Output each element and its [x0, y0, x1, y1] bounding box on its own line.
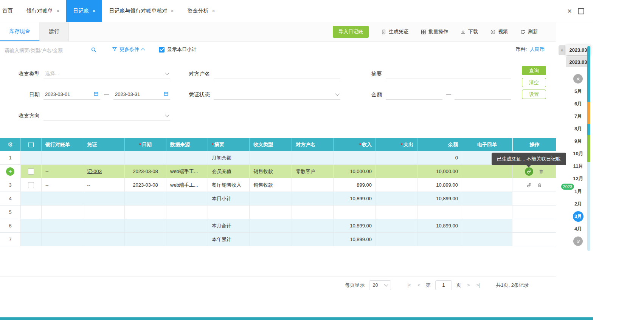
currency-indicator: 币种: 人民币 — [516, 46, 545, 53]
link-voucher-icon[interactable] — [525, 167, 533, 176]
more-conditions-toggle[interactable]: 更多条件 — [112, 46, 144, 53]
total-records: 共1页, 2条记录 — [496, 282, 529, 289]
first-page-button[interactable]: |< — [406, 282, 412, 288]
date-to-input[interactable]: 2023-03-31 — [113, 89, 170, 100]
voucher-link[interactable]: 记-003 — [87, 168, 102, 175]
col-type: 收支类型 — [250, 138, 292, 151]
settings-button[interactable]: 设置 — [522, 90, 546, 99]
table-row: 7 本年累计 10,899.00 — [0, 233, 556, 246]
double-chevron-down-icon — [576, 239, 581, 244]
month-item[interactable]: 9月 — [566, 138, 590, 145]
amount-to-input[interactable] — [455, 89, 511, 100]
batch-grid-icon — [421, 29, 426, 35]
subtab-cash[interactable]: 库存现金 — [0, 22, 40, 41]
col-summary: *摘要 — [208, 138, 250, 151]
gear-icon[interactable]: ⚙ — [8, 142, 13, 148]
table-row[interactable]: 3 -- -- 2023-03-08 web端手工... 餐厅销售收入 销售收款… — [0, 178, 556, 192]
tab-fund-analysis[interactable]: 资金分析 × — [181, 0, 222, 22]
calendar-icon — [93, 91, 99, 97]
double-chevron-up-icon — [576, 76, 581, 82]
prev-page-button[interactable]: < — [416, 282, 421, 288]
bottom-accent-bar — [0, 317, 593, 320]
scroll-down-button[interactable] — [573, 237, 583, 246]
query-button[interactable]: 查询 — [522, 66, 546, 75]
journal-app: 首页 银行对账单 × 日记账 × 日记账与银行对账单核对 × 资金分析 × × … — [0, 0, 644, 320]
counterparty-input[interactable] — [214, 68, 340, 79]
tab-journal-bank-check[interactable]: 日记账与银行对账单核对 × — [102, 0, 180, 22]
month-item[interactable]: 12月 — [566, 175, 590, 182]
income-type-label: 收支类型 — [8, 68, 40, 79]
voucher-status-select[interactable] — [214, 89, 340, 100]
amount-from-input[interactable] — [386, 89, 442, 100]
close-tab-icon[interactable]: × — [92, 8, 95, 14]
scroll-up-button[interactable] — [573, 74, 583, 83]
income-cell: 10,899.00 — [334, 233, 376, 246]
month-item[interactable]: 5月 — [566, 88, 590, 95]
summary-cell: 本日小计 — [208, 192, 250, 205]
month-item[interactable]: 7月 — [566, 113, 590, 120]
income-type-select[interactable]: 选择... — [43, 68, 170, 79]
currency-value[interactable]: 人民币 — [530, 46, 545, 52]
summary-filter-input[interactable] — [386, 68, 511, 79]
subtab-ccb[interactable]: 建行 — [40, 22, 69, 41]
fullscreen-icon[interactable] — [578, 8, 584, 14]
month-item[interactable]: 11月 — [566, 162, 590, 170]
close-window-icon[interactable]: × — [567, 7, 572, 15]
period-box-selected[interactable]: 2023.03 — [566, 57, 590, 67]
link-voucher-icon[interactable] — [526, 182, 532, 188]
show-subtotal-checkbox[interactable] — [159, 47, 164, 53]
col-expense: *支出 — [376, 138, 417, 151]
refresh-icon — [520, 29, 526, 35]
video-button[interactable]: 视频 — [490, 28, 508, 35]
page-input[interactable] — [435, 280, 452, 290]
month-item[interactable]: 8月 — [566, 125, 590, 133]
row-checkbox[interactable] — [28, 182, 34, 188]
close-tab-icon[interactable]: × — [56, 8, 59, 14]
import-journal-button[interactable]: 导入日记账 — [333, 26, 369, 38]
income-cell: 10,899.00 — [334, 219, 376, 232]
direction-select[interactable] — [43, 110, 170, 121]
col-source: 数据来源 — [166, 138, 208, 151]
download-button[interactable]: 下载 — [460, 28, 478, 35]
delete-icon[interactable] — [538, 169, 544, 174]
refresh-button[interactable]: 刷新 — [520, 28, 538, 35]
expand-row-icon[interactable]: + — [6, 167, 14, 176]
per-page-select[interactable]: 20 — [369, 280, 391, 290]
month-item[interactable]: 10月 — [566, 150, 590, 158]
month-item-active[interactable]: 3月 — [573, 211, 583, 222]
balance-cell: 10,000.00 — [417, 165, 462, 178]
delete-icon[interactable] — [537, 182, 542, 188]
tab-journal[interactable]: 日记账 × — [66, 0, 102, 22]
row-checkbox[interactable] — [28, 169, 34, 175]
select-all-checkbox[interactable] — [28, 142, 34, 147]
activity-scrollbar[interactable] — [587, 46, 590, 251]
close-tab-icon[interactable]: × — [212, 8, 215, 14]
year-badge: 2023 — [561, 184, 574, 190]
month-item[interactable]: 6月 — [566, 100, 590, 108]
clear-button[interactable]: 清空 — [522, 78, 546, 87]
tab-home[interactable]: 首页 — [0, 0, 20, 22]
column-settings-cell: ⚙ — [0, 138, 21, 151]
table-row[interactable]: + -- 记-003 2023-03-08 web端手工... 会员充值 销售收… — [0, 165, 556, 178]
batch-operations-button[interactable]: 批量操作 — [421, 28, 448, 35]
month-item[interactable]: 4月 — [566, 225, 590, 233]
search-input[interactable] — [4, 47, 85, 54]
balance-cell: 10,899.00 — [417, 219, 462, 232]
pagination-bar: 每页显示 20 |< < 第 页 > >| 共1页, 2条记录 — [0, 276, 556, 294]
next-page-button[interactable]: > — [466, 282, 471, 288]
income-cell: 899.00 — [334, 178, 376, 192]
date-from-input[interactable]: 2023-03-01 — [43, 89, 100, 100]
search-icon[interactable] — [91, 47, 97, 54]
col-receipt: 电子回单 — [462, 138, 512, 151]
voucher-status-label: 凭证状态 — [178, 89, 210, 100]
period-box-current[interactable]: 2023.03 — [566, 45, 590, 55]
last-page-button[interactable]: >| — [475, 282, 481, 288]
generate-voucher-button[interactable]: 生成凭证 — [381, 28, 408, 35]
tab-bank-statement[interactable]: 银行对账单 × — [20, 0, 66, 22]
col-date: *日期 — [125, 138, 166, 151]
chevron-down-icon — [165, 113, 169, 117]
month-item[interactable]: 2月 — [566, 200, 590, 208]
close-tab-icon[interactable]: × — [171, 8, 174, 14]
collapse-panel-handle[interactable]: » — [559, 45, 565, 55]
table-row: 4 本日小计 10,899.00 10,899.00 — [0, 192, 556, 206]
